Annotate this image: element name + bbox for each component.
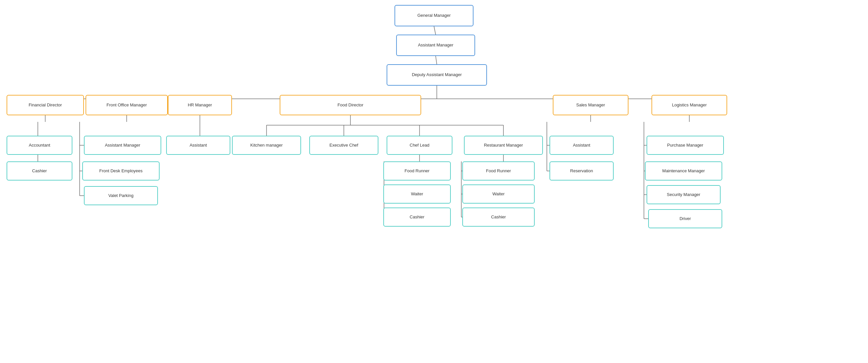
node-kitchen-manager: Kitchen manager	[232, 136, 301, 155]
label-driver: Driver	[679, 216, 691, 222]
node-valet-parking: Valet Parking	[84, 186, 158, 205]
node-assistant-manager: Assistant Manager	[396, 35, 475, 56]
label-assistant-manager: Assistant Manager	[418, 43, 454, 48]
node-front-office-manager: Front Office Manager	[86, 95, 168, 115]
node-asst-mgr-front: Assistant Manager	[84, 136, 161, 155]
node-cashier-chef: Cashier	[383, 207, 451, 227]
label-waiter-chef: Waiter	[411, 191, 423, 197]
label-cashier-chef: Cashier	[410, 215, 425, 220]
node-purchase-manager: Purchase Manager	[647, 136, 724, 155]
label-reservation: Reservation	[570, 168, 593, 174]
label-hr-manager: HR Manager	[188, 103, 212, 108]
label-general-manager: General Manager	[417, 13, 451, 19]
node-assistant-hr: Assistant	[166, 136, 230, 155]
label-front-office-manager: Front Office Manager	[106, 103, 147, 108]
org-chart: General Manager Assistant Manager Deputy…	[0, 0, 868, 363]
node-food-runner-chef: Food Runner	[383, 161, 451, 180]
label-cashier-fin: Cashier	[32, 168, 47, 174]
node-deputy-assistant-manager: Deputy Assistant Manager	[386, 64, 487, 86]
node-cashier-fin: Cashier	[7, 161, 72, 180]
label-executive-chef: Executive Chef	[329, 143, 358, 148]
label-asst-mgr-front: Assistant Manager	[105, 143, 141, 148]
node-financial-director: Financial Director	[7, 95, 84, 115]
svg-line-0	[434, 26, 436, 35]
node-cashier-rest: Cashier	[462, 207, 535, 227]
node-security-manager: Security Manager	[647, 185, 721, 204]
label-waiter-rest: Waiter	[492, 191, 504, 197]
node-general-manager: General Manager	[395, 5, 473, 26]
node-logistics-manager: Logistics Manager	[651, 95, 727, 115]
label-assistant-hr: Assistant	[189, 143, 207, 148]
label-valet-parking: Valet Parking	[108, 193, 133, 199]
node-accountant: Accountant	[7, 136, 72, 155]
node-sales-manager: Sales Manager	[553, 95, 628, 115]
label-food-runner-rest: Food Runner	[486, 168, 511, 174]
svg-line-1	[436, 56, 437, 64]
node-waiter-chef: Waiter	[383, 185, 451, 203]
node-driver: Driver	[648, 209, 722, 228]
label-chef-lead: Chef Lead	[410, 143, 429, 148]
label-cashier-rest: Cashier	[491, 215, 506, 220]
label-food-runner-chef: Food Runner	[405, 168, 430, 174]
node-reservation-vis: Reservation	[550, 161, 614, 180]
label-security-manager: Security Manager	[667, 192, 701, 198]
label-logistics-manager: Logistics Manager	[672, 103, 707, 108]
label-food-director: Food Director	[338, 103, 364, 108]
label-kitchen-manager: Kitchen manager	[250, 143, 283, 148]
label-sales-manager: Sales Manager	[576, 103, 605, 108]
node-food-runner-rest: Food Runner	[462, 161, 535, 180]
label-assistant-sales: Assistant	[573, 143, 590, 148]
node-front-desk-employees: Front Desk Employees	[82, 161, 160, 180]
label-purchase-manager: Purchase Manager	[667, 143, 704, 148]
node-executive-chef: Executive Chef	[309, 136, 378, 155]
label-maintenance-manager: Maintenance Manager	[662, 168, 705, 174]
node-hr-manager: HR Manager	[168, 95, 232, 115]
node-restaurant-manager: Restaurant Manager	[464, 136, 543, 155]
node-assistant-sales-vis: Assistant	[550, 136, 614, 155]
node-chef-lead: Chef Lead	[386, 136, 453, 155]
node-waiter-rest: Waiter	[462, 185, 535, 203]
node-food-director: Food Director	[280, 95, 421, 115]
node-maintenance-manager: Maintenance Manager	[645, 161, 722, 180]
label-front-desk-employees: Front Desk Employees	[99, 168, 143, 174]
label-financial-director: Financial Director	[29, 103, 62, 108]
label-accountant: Accountant	[29, 143, 50, 148]
label-restaurant-manager: Restaurant Manager	[484, 143, 523, 148]
label-deputy-assistant-manager: Deputy Assistant Manager	[412, 72, 462, 78]
